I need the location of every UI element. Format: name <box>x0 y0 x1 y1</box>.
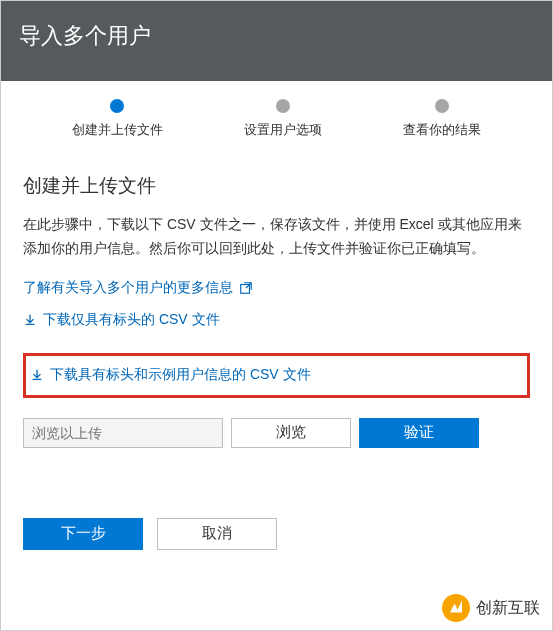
step-label: 设置用户选项 <box>244 121 322 139</box>
file-path-input[interactable] <box>23 418 223 448</box>
page-header: 导入多个用户 <box>1 1 552 81</box>
watermark-text: 创新互联 <box>476 598 540 619</box>
step-dot-icon <box>110 99 124 113</box>
verify-button[interactable]: 验证 <box>359 418 479 448</box>
link-label: 了解有关导入多个用户的更多信息 <box>23 279 233 297</box>
download-icon <box>23 313 37 327</box>
download-icon <box>30 368 44 382</box>
page-title: 导入多个用户 <box>19 23 151 48</box>
watermark-logo-icon <box>442 594 470 622</box>
next-button[interactable]: 下一步 <box>23 518 143 550</box>
step-set-options: 设置用户选项 <box>244 99 322 139</box>
link-label: 下载仅具有标头的 CSV 文件 <box>43 311 220 329</box>
browse-button[interactable]: 浏览 <box>231 418 351 448</box>
file-upload-row: 浏览 验证 <box>23 418 530 448</box>
watermark: 创新互联 <box>442 594 540 622</box>
link-label: 下载具有标头和示例用户信息的 CSV 文件 <box>50 366 311 384</box>
step-label: 创建并上传文件 <box>72 121 163 139</box>
learn-more-link[interactable]: 了解有关导入多个用户的更多信息 <box>23 279 253 297</box>
highlight-box: 下载具有标头和示例用户信息的 CSV 文件 <box>23 353 530 398</box>
cancel-button[interactable]: 取消 <box>157 518 277 550</box>
section-title: 创建并上传文件 <box>23 173 530 199</box>
step-label: 查看你的结果 <box>403 121 481 139</box>
step-create-upload: 创建并上传文件 <box>72 99 163 139</box>
progress-steps: 创建并上传文件 设置用户选项 查看你的结果 <box>1 81 552 149</box>
step-view-results: 查看你的结果 <box>403 99 481 139</box>
download-sample-link[interactable]: 下载具有标头和示例用户信息的 CSV 文件 <box>30 366 311 384</box>
step-dot-icon <box>435 99 449 113</box>
step-dot-icon <box>276 99 290 113</box>
action-row: 下一步 取消 <box>23 518 530 550</box>
main-content: 创建并上传文件 在此步骤中，下载以下 CSV 文件之一，保存该文件，并使用 Ex… <box>1 149 552 550</box>
section-description: 在此步骤中，下载以下 CSV 文件之一，保存该文件，并使用 Excel 或其他应… <box>23 213 530 261</box>
download-links: 下载仅具有标头的 CSV 文件 下载具有标头和示例用户信息的 CSV 文件 <box>23 311 530 410</box>
external-link-icon <box>239 281 253 295</box>
download-headers-link[interactable]: 下载仅具有标头的 CSV 文件 <box>23 311 530 329</box>
